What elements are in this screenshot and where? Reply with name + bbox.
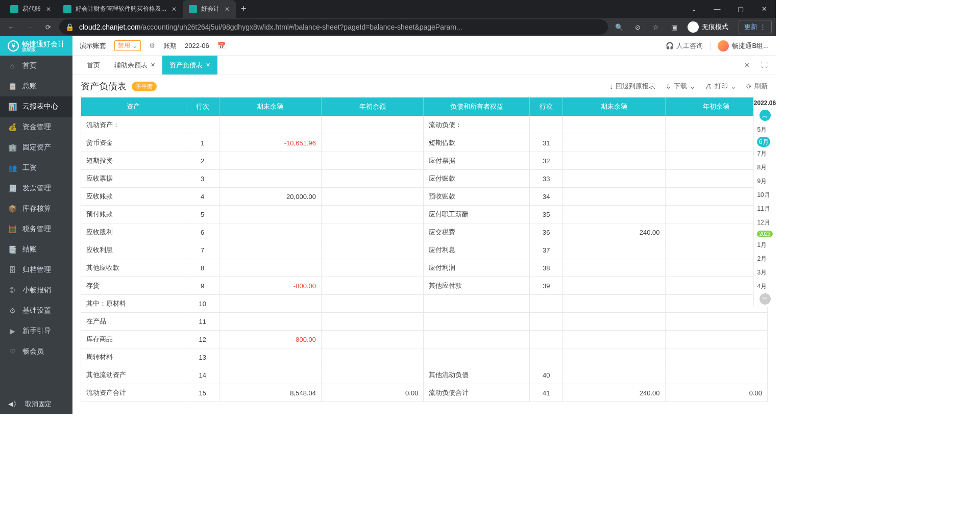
cell-begin2[interactable] xyxy=(665,331,767,348)
cell-begin[interactable] xyxy=(321,295,423,313)
cell-end[interactable] xyxy=(219,259,321,277)
cell-liab[interactable]: 流动负债合计 xyxy=(424,384,530,402)
cell-end2[interactable] xyxy=(563,331,665,348)
cell-begin2[interactable] xyxy=(665,295,767,313)
rollback-action[interactable]: ↓回退到原报表 xyxy=(610,82,656,91)
month-scroll-up[interactable]: ︽ xyxy=(760,110,771,121)
cell-asset[interactable]: 库存商品 xyxy=(81,331,186,348)
calendar-icon[interactable]: 📅 xyxy=(217,42,226,49)
cell-begin2[interactable]: 0.00 xyxy=(665,384,767,402)
cell-end[interactable]: 8,548.04 xyxy=(219,384,321,402)
cell-begin2[interactable] xyxy=(665,241,767,259)
cell-begin2[interactable] xyxy=(665,223,767,241)
cell-begin[interactable] xyxy=(321,134,423,152)
cell-liab[interactable]: 短期借款 xyxy=(424,134,530,152)
sidebar-item-结账[interactable]: 📑结账 xyxy=(0,239,72,260)
new-tab-button[interactable]: + xyxy=(236,0,252,18)
cell-begin2[interactable] xyxy=(665,152,767,170)
cell-begin[interactable] xyxy=(321,206,423,223)
browser-tab-1[interactable]: 易代账 ✕ xyxy=(4,0,57,18)
cell-begin2[interactable] xyxy=(665,188,767,206)
cell-begin[interactable] xyxy=(321,259,423,277)
caret-down-icon[interactable]: ⌄ xyxy=(682,0,705,18)
cell-end2[interactable] xyxy=(563,134,665,152)
cell-liab[interactable]: 应付账款 xyxy=(424,170,530,188)
cell-asset[interactable]: 应收利息 xyxy=(81,241,186,259)
month-2月[interactable]: 2月 xyxy=(757,252,772,266)
cell-end[interactable]: -800.00 xyxy=(219,331,321,348)
back-button[interactable]: ← xyxy=(4,20,18,34)
refresh-action[interactable]: ⟳刷新 xyxy=(746,82,768,91)
cell-liab[interactable] xyxy=(424,348,530,366)
cell-end2[interactable] xyxy=(563,366,665,384)
sidebar-item-总账[interactable]: 📋总账 xyxy=(0,76,72,96)
address-bar[interactable]: 🔒 cloud2.chanjet.com/accounting/uh26t264… xyxy=(59,19,608,35)
close-icon[interactable]: ✕ xyxy=(151,62,155,68)
tab-辅助余额表[interactable]: 辅助余额表✕ xyxy=(107,56,162,74)
eye-off-icon[interactable]: ⊘ xyxy=(630,20,645,34)
month-7月[interactable]: 7月 xyxy=(757,147,772,161)
sidebar-item-发票管理[interactable]: 🧾发票管理 xyxy=(0,178,72,198)
fullscreen-icon[interactable]: ⛶ xyxy=(757,59,771,72)
cell-end[interactable] xyxy=(219,295,321,313)
cell-end[interactable]: 20,000.00 xyxy=(219,188,321,206)
month-12月[interactable]: 12月 xyxy=(757,216,772,230)
cell-asset[interactable]: 其他应收款 xyxy=(81,259,186,277)
cell-liab[interactable]: 预收账款 xyxy=(424,188,530,206)
cell-asset[interactable]: 存货 xyxy=(81,277,186,295)
cell-liab[interactable]: 应付职工薪酬 xyxy=(424,206,530,223)
sidebar-item-新手引导[interactable]: ▶新手引导 xyxy=(0,321,72,341)
cell-begin2[interactable] xyxy=(665,116,767,134)
cell-end2[interactable] xyxy=(563,277,665,295)
app-logo[interactable]: ¥ 畅捷通好会计 旗舰版 xyxy=(0,36,72,56)
cell-begin[interactable] xyxy=(321,366,423,384)
cell-end2[interactable] xyxy=(563,206,665,223)
star-icon[interactable]: ☆ xyxy=(649,20,663,34)
tab-首页[interactable]: 首页 xyxy=(80,56,107,74)
cell-end2[interactable] xyxy=(563,116,665,134)
disable-toggle[interactable]: 禁用⌄ xyxy=(114,40,141,51)
close-icon[interactable]: ✕ xyxy=(225,6,230,13)
cell-begin2[interactable] xyxy=(665,348,767,366)
cell-end[interactable] xyxy=(219,313,321,331)
cell-begin[interactable] xyxy=(321,223,423,241)
cell-asset[interactable]: 应收票据 xyxy=(81,170,186,188)
support-link[interactable]: 🎧人工咨询 xyxy=(666,41,703,51)
cell-begin[interactable] xyxy=(321,170,423,188)
cell-end[interactable] xyxy=(219,152,321,170)
cell-asset[interactable]: 流动资产： xyxy=(81,116,186,134)
tabs-close-all[interactable]: ✕ xyxy=(740,59,753,72)
cell-begin2[interactable] xyxy=(665,277,767,295)
minimize-button[interactable]: — xyxy=(705,0,729,18)
extension-icon[interactable]: ▣ xyxy=(667,20,681,34)
sidebar-item-资金管理[interactable]: 💰资金管理 xyxy=(0,117,72,137)
account-name[interactable]: 演示账套 xyxy=(80,41,106,51)
month-4月[interactable]: 4月 xyxy=(757,280,772,293)
cell-begin2[interactable] xyxy=(665,313,767,331)
cell-begin[interactable] xyxy=(321,188,423,206)
cell-begin2[interactable] xyxy=(665,170,767,188)
cell-end2[interactable] xyxy=(563,188,665,206)
sidebar-item-首页[interactable]: ⌂首页 xyxy=(0,56,72,76)
cell-liab[interactable]: 应交税费 xyxy=(424,223,530,241)
cell-asset[interactable]: 货币资金 xyxy=(81,134,186,152)
cell-liab[interactable] xyxy=(424,331,530,348)
sidebar-item-小畅报销[interactable]: ©小畅报销 xyxy=(0,280,72,300)
cell-end2[interactable]: 240.00 xyxy=(563,384,665,402)
month-3月[interactable]: 3月 xyxy=(757,266,772,280)
month-5月[interactable]: 5月 xyxy=(757,123,772,137)
cell-begin2[interactable] xyxy=(665,206,767,223)
sidebar-item-畅会员[interactable]: ♡畅会员 xyxy=(0,341,72,362)
cell-begin2[interactable] xyxy=(665,366,767,384)
cell-asset[interactable]: 在产品 xyxy=(81,313,186,331)
incognito-indicator[interactable]: 无痕模式 xyxy=(685,21,730,33)
sidebar-item-基础设置[interactable]: ⚙基础设置 xyxy=(0,300,72,321)
browser-tab-3[interactable]: 好会计 ✕ xyxy=(183,0,236,18)
cell-asset[interactable]: 流动资产合计 xyxy=(81,384,186,402)
close-icon[interactable]: ✕ xyxy=(206,62,210,68)
cell-liab[interactable]: 其他流动负债 xyxy=(424,366,530,384)
cell-begin[interactable] xyxy=(321,331,423,348)
month-11月[interactable]: 11月 xyxy=(757,202,772,216)
cell-liab[interactable] xyxy=(424,295,530,313)
cell-end[interactable] xyxy=(219,170,321,188)
